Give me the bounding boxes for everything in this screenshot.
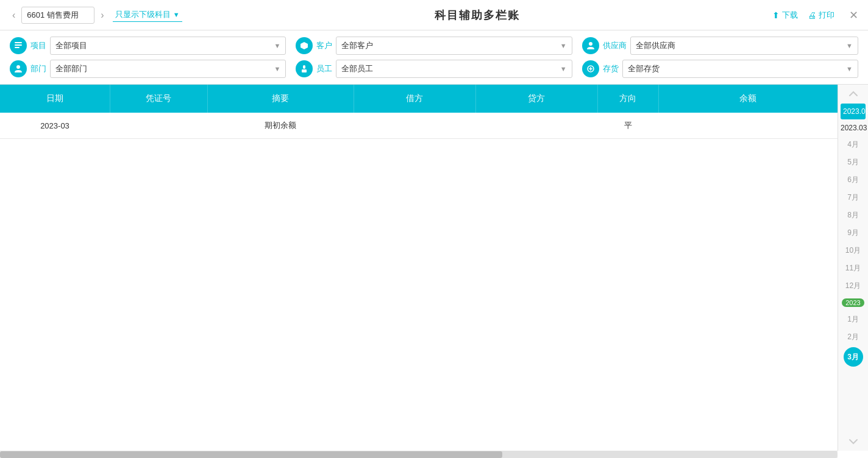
sidebar-item-12[interactable]: 12月 — [838, 277, 868, 295]
header-bar: ‹ 6601 销售费用 › 只显示下级科目 ▼ 科目辅助多栏账 ⬆ 下载 🖨 打… — [0, 0, 868, 30]
nav-next-button[interactable]: › — [98, 10, 106, 21]
project-select-value: 全部项目 — [55, 40, 87, 51]
svg-rect-5 — [303, 65, 305, 69]
table-wrapper: 日期 凭证号 摘要 借方 贷方 方向 余额 2023-03 期初余额 — [0, 85, 838, 451]
inventory-filter-item: 存货 全部存货 ▼ — [582, 60, 858, 78]
project-chevron-icon: ▼ — [274, 42, 280, 49]
supplier-select[interactable]: 全部供应商 ▼ — [630, 37, 858, 55]
svg-rect-1 — [15, 44, 22, 46]
scrollbar-track — [0, 451, 838, 458]
col-header-summary: 摘要 — [207, 85, 354, 113]
col-header-voucher: 凭证号 — [110, 85, 207, 113]
col-header-balance: 余额 — [658, 85, 838, 113]
sidebar-item-8[interactable]: 8月 — [838, 206, 868, 224]
inventory-icon — [582, 60, 599, 77]
employee-select[interactable]: 全部员工 ▼ — [336, 60, 572, 78]
sidebar-item-3-current[interactable]: 3月 — [844, 347, 863, 367]
close-button[interactable]: ✕ — [849, 9, 858, 22]
print-button[interactable]: 🖨 打印 — [808, 10, 834, 21]
cell-summary: 期初余额 — [207, 113, 354, 139]
employee-filter-item: 员工 全部员工 ▼ — [296, 60, 572, 78]
supplier-icon — [582, 37, 599, 54]
table-row: 2023-03 期初余额 平 — [0, 113, 838, 139]
supplier-select-value: 全部供应商 — [636, 40, 675, 51]
supplier-chevron-icon: ▼ — [846, 42, 853, 49]
sidebar-item-2[interactable]: 2月 — [838, 328, 868, 346]
customer-label: 客户 — [316, 40, 332, 51]
scrollbar-thumb[interactable] — [0, 451, 502, 458]
horizontal-scrollbar[interactable] — [0, 451, 838, 458]
show-sub-filter-dropdown[interactable]: 只显示下级科目 ▼ — [113, 8, 182, 22]
sidebar-item-6[interactable]: 6月 — [838, 171, 868, 189]
year-badge-2023: 2023 — [842, 298, 864, 307]
filter-bar: 项目 全部项目 ▼ 客户 全部客户 ▼ — [0, 30, 868, 85]
col-header-date: 日期 — [0, 85, 110, 113]
right-sidebar: 2023.03 2023.03 4月 5月 6月 7月 8月 9月 10月 11… — [838, 85, 868, 451]
project-filter-item: 项目 全部项目 ▼ — [10, 37, 286, 55]
svg-point-3 — [589, 42, 592, 46]
customer-filter-item: 客户 全部客户 ▼ — [296, 37, 572, 55]
supplier-label: 供应商 — [603, 40, 627, 51]
inventory-select-value: 全部存货 — [628, 63, 660, 74]
department-chevron-icon: ▼ — [274, 65, 280, 72]
svg-rect-2 — [15, 47, 20, 48]
nav-prev-button[interactable]: ‹ — [10, 10, 18, 21]
project-select[interactable]: 全部项目 ▼ — [50, 37, 286, 55]
sidebar-item-2023-03-second[interactable]: 2023.03 — [838, 120, 868, 136]
department-select[interactable]: 全部部门 ▼ — [50, 60, 286, 78]
sidebar-item-1[interactable]: 1月 — [838, 311, 868, 328]
cell-balance — [658, 113, 838, 139]
print-icon: 🖨 — [808, 10, 816, 20]
filter-row-1: 项目 全部项目 ▼ 客户 全部客户 ▼ — [10, 37, 858, 55]
inventory-label: 存货 — [603, 63, 619, 74]
customer-select[interactable]: 全部客户 ▼ — [336, 37, 572, 55]
cell-debit — [354, 113, 475, 139]
svg-point-4 — [16, 65, 20, 69]
download-label: 下载 — [782, 10, 798, 21]
page-title: 科目辅助多栏账 — [182, 8, 772, 23]
customer-select-value: 全部客户 — [341, 40, 373, 51]
department-select-value: 全部部门 — [55, 63, 87, 74]
sidebar-item-5[interactable]: 5月 — [838, 153, 868, 171]
col-header-direction: 方向 — [597, 85, 658, 113]
department-filter-item: 部门 全部部门 ▼ — [10, 60, 286, 78]
show-sub-filter-label: 只显示下级科目 — [115, 9, 171, 20]
sidebar-item-11[interactable]: 11月 — [838, 259, 868, 277]
sidebar-up-arrow[interactable] — [838, 85, 868, 103]
sidebar-item-7[interactable]: 7月 — [838, 189, 868, 206]
data-table: 日期 凭证号 摘要 借方 贷方 方向 余额 2023-03 期初余额 — [0, 85, 838, 139]
sidebar-item-4[interactable]: 4月 — [838, 136, 868, 153]
col-header-credit: 贷方 — [475, 85, 597, 113]
inventory-chevron-icon: ▼ — [846, 65, 853, 72]
header-actions: ⬆ 下载 🖨 打印 ✕ — [772, 9, 858, 22]
supplier-filter-item: 供应商 全部供应商 ▼ — [582, 37, 858, 55]
svg-rect-6 — [302, 69, 307, 72]
col-header-debit: 借方 — [354, 85, 475, 113]
sidebar-item-10[interactable]: 10月 — [838, 242, 868, 259]
sidebar-item-2023-03-first[interactable]: 2023.03 — [841, 104, 866, 119]
cell-voucher — [110, 113, 207, 139]
cell-credit — [475, 113, 597, 139]
employee-label: 员工 — [316, 63, 332, 74]
sidebar-item-9[interactable]: 9月 — [838, 224, 868, 242]
chevron-down-icon: ▼ — [173, 11, 180, 18]
print-label: 打印 — [819, 10, 834, 21]
download-icon: ⬆ — [772, 10, 780, 20]
download-button[interactable]: ⬆ 下载 — [772, 10, 798, 21]
department-label: 部门 — [30, 63, 46, 74]
project-label: 项目 — [30, 40, 46, 51]
department-icon — [10, 60, 27, 77]
account-code-display: 6601 销售费用 — [21, 7, 94, 24]
svg-rect-0 — [15, 42, 22, 43]
employee-icon — [296, 60, 313, 77]
project-icon — [10, 37, 27, 54]
table-header-row: 日期 凭证号 摘要 借方 贷方 方向 余额 — [0, 85, 838, 113]
inventory-select[interactable]: 全部存货 ▼ — [622, 60, 858, 78]
sidebar-down-arrow[interactable] — [838, 432, 868, 451]
cell-direction: 平 — [597, 113, 658, 139]
year-badge-container: 2023 — [838, 295, 868, 311]
customer-icon — [296, 37, 313, 54]
main-container: ‹ 6601 销售费用 › 只显示下级科目 ▼ 科目辅助多栏账 ⬆ 下载 🖨 打… — [0, 0, 868, 458]
cell-date: 2023-03 — [0, 113, 110, 139]
employee-chevron-icon: ▼ — [560, 65, 567, 72]
